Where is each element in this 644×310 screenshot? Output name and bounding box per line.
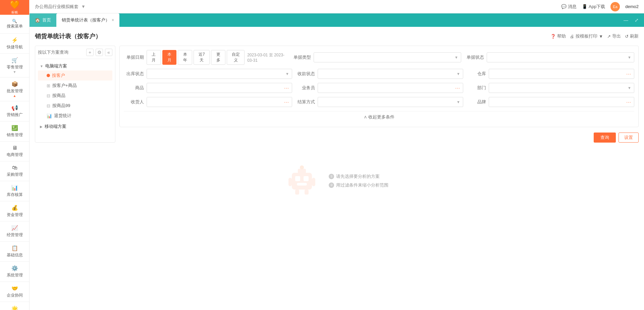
tab-close-button[interactable]: × bbox=[112, 18, 114, 22]
scheme-item-customer-goods[interactable]: ⊞ 按客户+商品 bbox=[38, 81, 112, 91]
retail-arrow: ▼ bbox=[13, 70, 16, 74]
scheme-goods-label: 按商品 bbox=[52, 93, 65, 99]
sidebar-item-search[interactable]: 🔍 搜索菜单 bbox=[0, 15, 29, 34]
scheme-add-button[interactable]: + bbox=[86, 49, 94, 56]
app-download-button[interactable]: 📱 App下载 bbox=[582, 4, 605, 10]
goods-select[interactable]: ··· bbox=[147, 83, 292, 93]
scheme-return-stat-label: 退货统计 bbox=[54, 113, 71, 119]
topbar: 办公用品行业模拟账套 ▼ 💬 消息 📱 App下载 Ea demo2 bbox=[30, 0, 644, 13]
sidebar-business-label: 经营管理 bbox=[7, 232, 23, 238]
filter-settings-button[interactable]: 设置 bbox=[619, 133, 639, 143]
svg-rect-5 bbox=[312, 178, 315, 186]
topbar-dropdown-icon[interactable]: ▼ bbox=[81, 4, 86, 9]
hint1-text: 请先选择要分析的方案 bbox=[336, 173, 380, 179]
topbar-right: 💬 消息 📱 App下载 Ea demo2 bbox=[561, 2, 639, 11]
salesperson-select[interactable]: ··· bbox=[318, 83, 463, 93]
topbar-left: 办公用品行业模拟账套 ▼ bbox=[35, 4, 86, 10]
print-label: 按模板打印 bbox=[576, 33, 597, 39]
empty-robot-icon bbox=[285, 163, 319, 201]
help-icon: ❓ bbox=[550, 34, 556, 39]
avatar[interactable]: Ea bbox=[610, 2, 620, 11]
pay-status-select[interactable]: ▼ bbox=[318, 69, 463, 79]
sidebar-item-finance[interactable]: 💰 资金管理 bbox=[0, 201, 30, 221]
warehouse-select[interactable]: ··· bbox=[489, 69, 634, 79]
date-btn-last-month[interactable]: 上月 bbox=[147, 50, 161, 65]
order-type-select[interactable]: ▼ bbox=[314, 52, 461, 62]
department-select[interactable]: ▼ bbox=[489, 83, 634, 93]
hint2-text: 用过滤条件来缩小分析范围 bbox=[336, 182, 388, 188]
sidebar-item-business[interactable]: 📈 经营管理 bbox=[0, 221, 30, 242]
page-header: 销货单统计表（按客户） ❓ 帮助 🖨 按模板打印 ▼ ↗ 导出 ↺ 刷新 bbox=[35, 32, 639, 40]
svg-rect-1 bbox=[295, 176, 300, 181]
sales-icon: 💹 bbox=[11, 125, 18, 131]
sidebar-item-retail[interactable]: 🛒 零售管理 ▼ bbox=[0, 54, 30, 78]
salesperson-label: 业务员 bbox=[295, 85, 315, 91]
goods99-icon: ⊟ bbox=[47, 103, 50, 108]
out-status-arrow-icon: ▼ bbox=[285, 72, 289, 76]
scheme-settings-button[interactable]: ⚙ bbox=[96, 49, 103, 56]
sidebar-item-inventory[interactable]: 📊 库存核算 bbox=[0, 181, 30, 201]
scheme-mobile-group-header[interactable]: ▶ 移动端方案 bbox=[38, 122, 112, 131]
date-btn-this-month[interactable]: 本月 bbox=[162, 50, 177, 65]
salesperson-dots-icon: ··· bbox=[455, 85, 460, 91]
scheme-panel-header: 按以下方案查询 + ⚙ « bbox=[38, 49, 112, 59]
pay-status-arrow-icon: ▼ bbox=[457, 72, 460, 76]
message-icon: 💬 bbox=[561, 4, 567, 9]
scheme-item-goods99[interactable]: ⊟ 按商品99 bbox=[38, 101, 112, 111]
date-btn-custom[interactable]: 自定义 bbox=[227, 50, 245, 65]
sidebar-item-wholesale[interactable]: 📦 批发管理 ▲ bbox=[0, 78, 30, 101]
sidebar-item-sales[interactable]: 💹 销售管理 bbox=[0, 121, 30, 142]
order-type-arrow-icon: ▼ bbox=[454, 55, 458, 59]
business-icon: 📈 bbox=[11, 225, 18, 231]
brand-dots-icon: ··· bbox=[626, 99, 631, 105]
sidebar-item-system[interactable]: ⚙️ 系统管理 bbox=[0, 262, 30, 282]
tab-sales-stat[interactable]: 销货单统计表（按客户） × bbox=[56, 13, 119, 27]
brand-select[interactable]: ··· bbox=[489, 97, 634, 107]
refresh-button[interactable]: ↺ 刷新 bbox=[625, 33, 639, 39]
date-btn-this-year[interactable]: 本年 bbox=[178, 50, 192, 65]
date-btn-7days[interactable]: 近7天 bbox=[194, 50, 210, 65]
app-logo[interactable]: 🧡 标账 bbox=[0, 0, 30, 15]
settlement-select[interactable]: ▼ bbox=[318, 97, 463, 107]
tab-home[interactable]: 🏠 首页 bbox=[30, 13, 56, 27]
scheme-item-return-stat[interactable]: 📊 退货统计 bbox=[38, 111, 112, 121]
sidebar-search-label: 搜索菜单 bbox=[7, 23, 23, 29]
date-btn-more[interactable]: 更多 bbox=[211, 50, 225, 65]
sidebar-item-newbie[interactable]: 🌟 新手引导 bbox=[0, 302, 30, 310]
user-name[interactable]: demo2 bbox=[625, 4, 639, 9]
sidebar-item-ecommerce[interactable]: 🖥 电商管理 bbox=[0, 142, 30, 161]
export-label: 导出 bbox=[612, 33, 621, 39]
order-status-select[interactable]: ▼ bbox=[487, 52, 634, 62]
goods-icon: ⊟ bbox=[47, 93, 50, 98]
export-button[interactable]: ↗ 导出 bbox=[607, 33, 621, 39]
sidebar-purchase-label: 采购管理 bbox=[7, 172, 23, 177]
scheme-item-goods[interactable]: ⊟ 按商品 bbox=[38, 91, 112, 101]
sidebar-item-purchase[interactable]: 🛍 采购管理 bbox=[0, 161, 30, 181]
message-button[interactable]: 💬 消息 bbox=[561, 4, 577, 10]
tab-home-label: 首页 bbox=[42, 17, 51, 23]
mobile-group-toggle-icon: ▶ bbox=[40, 125, 43, 128]
sidebar-item-enterprise[interactable]: 🤝 企业协同 bbox=[0, 282, 30, 302]
sidebar-wholesale-label: 批发管理 bbox=[7, 88, 23, 94]
desktop-group-title: 电脑端方案 bbox=[45, 63, 67, 69]
sidebar-item-basic[interactable]: 📋 基础信息 bbox=[0, 242, 30, 262]
help-button[interactable]: ❓ 帮助 bbox=[550, 33, 566, 39]
scheme-collapse-button[interactable]: « bbox=[105, 49, 112, 56]
receiver-dots-icon: ··· bbox=[284, 99, 289, 105]
sidebar-item-marketing[interactable]: 📢 营销推广 bbox=[0, 101, 30, 121]
out-status-select[interactable]: ▼ bbox=[147, 69, 292, 79]
scheme-item-customer[interactable]: 按客户 bbox=[38, 70, 112, 81]
sidebar-marketing-label: 营销推广 bbox=[7, 112, 23, 118]
tab-minimize-button[interactable]: — bbox=[621, 15, 631, 25]
sidebar-item-quick-nav[interactable]: ⚡ 快捷导航 bbox=[0, 34, 30, 54]
empty-box: 请先选择要分析的方案 用过滤条件来缩小分析范围 bbox=[285, 163, 388, 201]
print-button[interactable]: 🖨 按模板打印 ▼ bbox=[570, 33, 603, 39]
logo-icon: 🧡 bbox=[10, 0, 20, 9]
scheme-desktop-group-header[interactable]: ▼ 电脑端方案 bbox=[38, 62, 112, 70]
query-button[interactable]: 查询 bbox=[594, 133, 616, 143]
collapse-bar[interactable]: ∧ 收起更多条件 bbox=[124, 111, 634, 123]
tab-fullscreen-button[interactable]: ⤢ bbox=[632, 15, 641, 25]
receiver-select[interactable]: ··· bbox=[147, 97, 292, 107]
content-area: 销货单统计表（按客户） ❓ 帮助 🖨 按模板打印 ▼ ↗ 导出 ↺ 刷新 bbox=[30, 27, 644, 310]
svg-rect-2 bbox=[304, 176, 309, 181]
